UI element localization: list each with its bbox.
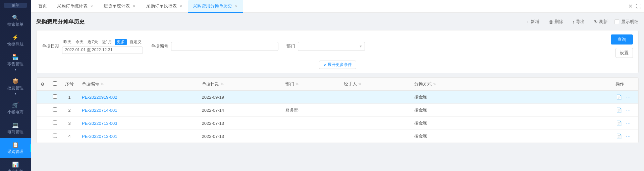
more-action-icon[interactable]: ⋯ — [625, 120, 631, 126]
td-doc-no[interactable]: PE-20220713-001 — [78, 130, 198, 143]
table-container: ⚙ 序号 单据编号 ⇅ 单据日 — [36, 77, 639, 143]
doc-no-link[interactable]: PE-20220713-001 — [82, 134, 117, 139]
td-split-method: 按金额 — [410, 130, 611, 143]
action-icons: 📄 ⋯ — [615, 120, 634, 126]
split-method-sort-icon[interactable]: ⇅ — [433, 82, 436, 86]
more-action-icon[interactable]: ⋯ — [625, 133, 631, 140]
tab-purchase-exec-label: 采购订单执行表 — [146, 3, 177, 9]
view-icon[interactable]: 📄 — [615, 133, 623, 140]
sidebar-item-purchase-label: 采购管理 — [7, 149, 23, 155]
th-handler[interactable]: 经手人 ⇅ — [340, 78, 410, 91]
sidebar-item-mini-shop[interactable]: 🛒 小畅电商 — [0, 99, 31, 118]
more-action-icon[interactable]: ⋯ — [625, 94, 631, 100]
query-button[interactable]: 查询 — [611, 34, 633, 45]
view-icon[interactable]: 📄 — [615, 94, 623, 100]
td-doc-no[interactable]: PE-20220919-002 — [78, 91, 198, 104]
sidebar-item-purchase[interactable]: 📋 采购管理 — [0, 138, 31, 158]
th-doc-no[interactable]: 单据编号 ⇅ — [78, 78, 198, 91]
row-checkbox[interactable] — [53, 134, 57, 138]
tab-purchase-summary[interactable]: 采购订单统计表 × — [52, 0, 98, 13]
doc-date-sort-icon[interactable]: ⇅ — [221, 82, 224, 86]
purchase-icon: 📋 — [12, 142, 19, 148]
doc-no-link[interactable]: PE-20220713-003 — [82, 121, 117, 126]
td-no: 3 — [61, 117, 78, 130]
sidebar-item-quick-nav[interactable]: ⚡ 快捷导航 — [0, 31, 31, 51]
th-doc-no-label: 单据编号 — [82, 81, 99, 87]
td-doc-no[interactable]: PE-20220714-001 — [78, 104, 198, 117]
doc-no-link[interactable]: PE-20220714-001 — [82, 108, 117, 113]
dept-select[interactable]: 财务部 — [298, 42, 365, 51]
date-today-btn[interactable]: 今天 — [74, 39, 85, 45]
add-label: 新增 — [531, 19, 539, 25]
td-split-method: 按金额 — [410, 104, 611, 117]
display-toggle[interactable]: 显示明细 — [614, 19, 639, 25]
th-split-method-label: 分摊方式 — [414, 81, 432, 87]
view-icon[interactable]: 📄 — [615, 107, 623, 113]
retail-icon: 🏪 — [12, 54, 19, 60]
th-doc-date[interactable]: 单据日期 ⇅ — [198, 78, 282, 91]
doc-no-link[interactable]: PE-20220919-002 — [82, 95, 117, 100]
td-checkbox[interactable] — [49, 117, 61, 130]
th-dept-label: 部门 — [285, 81, 294, 87]
tab-purchase-summary-close[interactable]: × — [90, 4, 94, 8]
th-handler-label: 经手人 — [344, 81, 357, 87]
handler-sort-icon[interactable]: ⇅ — [358, 82, 361, 86]
sidebar-item-search-label: 搜索菜单 — [7, 22, 23, 27]
th-dept[interactable]: 部门 ⇅ — [281, 78, 340, 91]
display-label: 显示明细 — [621, 19, 639, 25]
display-checkbox[interactable] — [614, 19, 619, 24]
th-doc-date-label: 单据日期 — [202, 81, 219, 87]
tab-incoming-summary[interactable]: 进货单统计表 × — [99, 0, 141, 13]
td-settings — [37, 104, 49, 117]
row-checkbox[interactable] — [53, 120, 57, 125]
tab-fullscreen-icon[interactable]: ⛶ — [636, 3, 641, 9]
th-settings[interactable]: ⚙ — [37, 78, 49, 91]
tab-purchase-exec-close[interactable]: × — [179, 4, 183, 8]
date-yesterday-btn[interactable]: 昨天 — [62, 39, 73, 45]
date-range-input[interactable] — [62, 47, 143, 54]
select-all-checkbox[interactable] — [53, 81, 57, 86]
sidebar-item-inventory[interactable]: 📊 库存核算 — [0, 158, 31, 171]
tab-purchase-cost[interactable]: 采购费用分摊单历史 × — [188, 0, 243, 13]
td-dept: 财务部 — [281, 104, 340, 117]
quick-nav-icon: ⚡ — [12, 34, 19, 40]
tab-incoming-summary-close[interactable]: × — [132, 4, 136, 8]
tab-close-all-icon[interactable]: ✕ — [628, 3, 633, 9]
td-doc-no[interactable]: PE-20220713-003 — [78, 117, 198, 130]
filter-area: 单据日期 昨天 今天 近7天 近1月 更多 自定义 — [36, 30, 639, 73]
delete-button[interactable]: 🗑 删除 — [546, 17, 566, 26]
row-checkbox[interactable] — [53, 107, 57, 112]
date-more-btn[interactable]: 更多 — [115, 39, 127, 45]
td-action: 📄 ⋯ — [611, 130, 638, 143]
view-icon[interactable]: 📄 — [615, 120, 623, 126]
expand-button[interactable]: ∨ 展开更多条件 — [319, 61, 356, 69]
td-doc-date: 2022-07-13 — [198, 117, 282, 130]
tab-home[interactable]: 首页 — [34, 0, 52, 13]
date-custom-btn[interactable]: 自定义 — [128, 39, 143, 45]
td-checkbox[interactable] — [49, 104, 61, 117]
th-split-method[interactable]: 分摊方式 ⇅ — [410, 78, 611, 91]
td-checkbox[interactable] — [49, 91, 61, 104]
td-checkbox[interactable] — [49, 130, 61, 143]
settings-button[interactable]: 设置 — [615, 48, 633, 58]
doc-no-sort-icon[interactable]: ⇅ — [101, 82, 104, 86]
date-1month-btn[interactable]: 近1月 — [101, 39, 114, 45]
export-button[interactable]: ↑ 导出 — [570, 17, 588, 26]
sidebar-item-mini-shop-label: 小畅电商 — [7, 109, 23, 115]
tab-purchase-exec[interactable]: 采购订单执行表 × — [142, 0, 187, 13]
more-action-icon[interactable]: ⋯ — [625, 107, 631, 113]
sidebar-item-retail[interactable]: 🏪 零售管理 ▼ — [0, 51, 31, 75]
dept-sort-icon[interactable]: ⇅ — [296, 82, 299, 86]
sidebar-item-search[interactable]: 🔍 搜索菜单 — [0, 11, 31, 31]
sidebar-item-retail-label: 零售管理 — [7, 61, 23, 67]
add-button[interactable]: + 新增 — [524, 17, 542, 26]
row-checkbox[interactable] — [53, 94, 57, 99]
sidebar-item-wholesale[interactable]: 📦 批发管理 ▼ — [0, 75, 31, 99]
refresh-button[interactable]: ↻ 刷新 — [591, 17, 610, 26]
th-checkbox[interactable] — [49, 78, 61, 91]
date-7days-btn[interactable]: 近7天 — [86, 39, 99, 45]
tab-purchase-cost-close[interactable]: × — [234, 4, 238, 8]
td-settings — [37, 117, 49, 130]
sidebar-item-ecommerce[interactable]: 💻 电商管理 — [0, 118, 31, 138]
doc-no-input[interactable] — [171, 42, 278, 51]
